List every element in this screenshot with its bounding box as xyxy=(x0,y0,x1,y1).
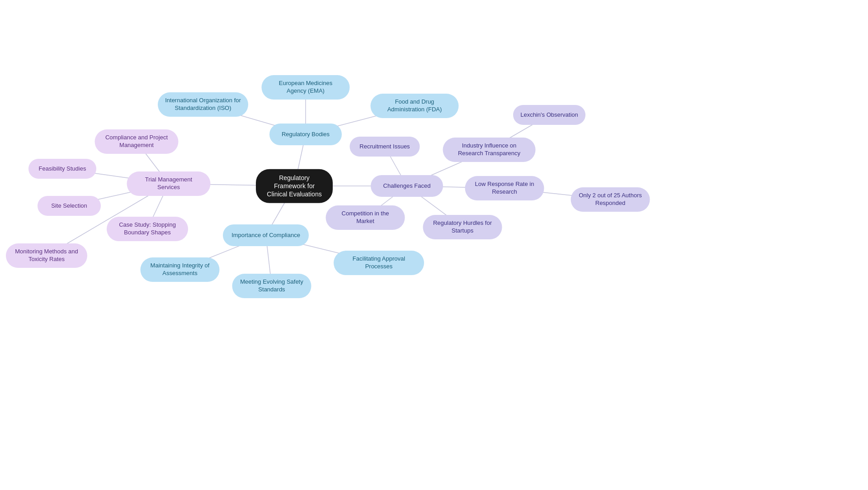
node-label-importance_compliance: Importance of Compliance xyxy=(231,232,300,239)
node-label-site_selection: Site Selection xyxy=(51,202,87,210)
node-label-facilitating_approval: Facilitating Approval Processes xyxy=(341,255,417,271)
node-iso[interactable]: International Organization for Standardi… xyxy=(158,92,248,117)
node-label-feasibility: Feasibility Studies xyxy=(39,165,86,173)
node-facilitating_approval[interactable]: Facilitating Approval Processes xyxy=(334,251,424,275)
connections-layer xyxy=(0,0,868,490)
node-importance_compliance[interactable]: Importance of Compliance xyxy=(223,224,309,246)
node-label-challenges: Challenges Faced xyxy=(383,182,431,190)
node-label-case_study: Case Study: Stopping Boundary Shapes xyxy=(114,221,181,237)
node-label-meeting_safety: Meeting Evolving Safety Standards xyxy=(240,278,304,294)
node-label-regulatory_bodies: Regulatory Bodies xyxy=(282,131,330,138)
node-label-only_2: Only 2 out of 25 Authors Responded xyxy=(578,192,643,207)
node-meeting_safety[interactable]: Meeting Evolving Safety Standards xyxy=(232,274,311,298)
node-label-maintaining_integrity: Maintaining Integrity of Assessments xyxy=(148,262,212,277)
node-label-iso: International Organization for Standardi… xyxy=(165,97,241,112)
node-label-fda: Food and Drug Administration (FDA) xyxy=(378,98,452,114)
node-label-industry_influence: Industry Influence on Research Transpare… xyxy=(450,142,528,157)
node-label-compliance_project: Compliance and Project Management xyxy=(102,134,171,149)
node-challenges[interactable]: Challenges Faced xyxy=(371,175,443,197)
node-lexchin[interactable]: Lexchin's Observation xyxy=(513,105,585,125)
node-trial_management[interactable]: Trial Management Services xyxy=(127,171,211,196)
node-only_2[interactable]: Only 2 out of 25 Authors Responded xyxy=(571,187,650,212)
node-feasibility[interactable]: Feasibility Studies xyxy=(28,159,96,179)
node-maintaining_integrity[interactable]: Maintaining Integrity of Assessments xyxy=(141,257,220,282)
node-label-monitoring: Monitoring Methods and Toxicity Rates xyxy=(13,248,80,263)
node-label-ema: European Medicines Agency (EMA) xyxy=(269,80,343,95)
node-center[interactable]: Regulatory Framework for Clinical Evalua… xyxy=(256,169,333,203)
node-monitoring[interactable]: Monitoring Methods and Toxicity Rates xyxy=(6,243,87,268)
node-site_selection[interactable]: Site Selection xyxy=(38,196,101,216)
node-compliance_project[interactable]: Compliance and Project Management xyxy=(95,129,179,154)
mindmap-container: Regulatory Framework for Clinical Evalua… xyxy=(0,0,868,490)
node-label-center: Regulatory Framework for Clinical Evalua… xyxy=(263,174,326,199)
node-ema[interactable]: European Medicines Agency (EMA) xyxy=(262,75,350,100)
node-regulatory_hurdles[interactable]: Regulatory Hurdles for Startups xyxy=(423,215,502,239)
node-label-lexchin: Lexchin's Observation xyxy=(520,111,578,119)
node-industry_influence[interactable]: Industry Influence on Research Transpare… xyxy=(443,138,536,162)
node-low_response[interactable]: Low Response Rate in Research xyxy=(465,176,544,200)
node-label-low_response: Low Response Rate in Research xyxy=(472,181,537,196)
node-label-competition: Competition in the Market xyxy=(333,210,398,225)
node-regulatory_bodies[interactable]: Regulatory Bodies xyxy=(269,124,342,145)
node-label-regulatory_hurdles: Regulatory Hurdles for Startups xyxy=(430,219,495,235)
node-label-recruitment: Recruitment Issues xyxy=(359,143,410,151)
node-label-trial_management: Trial Management Services xyxy=(134,176,203,191)
node-case_study[interactable]: Case Study: Stopping Boundary Shapes xyxy=(107,217,188,241)
node-competition[interactable]: Competition in the Market xyxy=(326,205,405,230)
node-fda[interactable]: Food and Drug Administration (FDA) xyxy=(371,94,459,118)
node-recruitment[interactable]: Recruitment Issues xyxy=(350,137,420,157)
